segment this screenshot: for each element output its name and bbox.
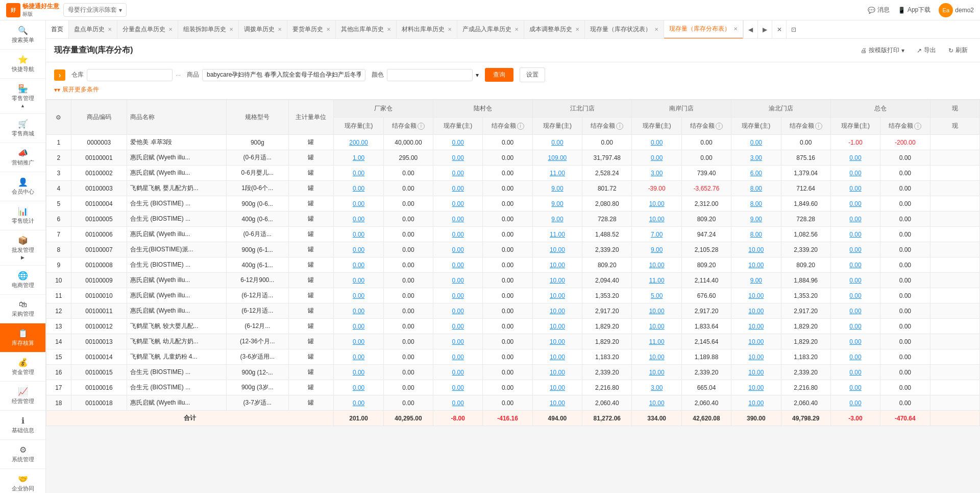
cell-na-qty[interactable]: 11.00 (632, 273, 681, 288)
cell-na-qty[interactable]: 3.00 (632, 166, 681, 181)
cell-cj-qty[interactable]: 0.00 (334, 212, 383, 227)
cell-na-qty[interactable]: 0.00 (632, 150, 681, 166)
cell-lc-qty[interactable]: 0.00 (433, 242, 483, 257)
sidebar-item-system[interactable]: ⚙ 系统管理 (0, 440, 45, 469)
print-btn[interactable]: 🖨 按模版打印 ▾ (856, 44, 909, 57)
cell-lc-qty[interactable]: 0.00 (433, 349, 483, 365)
sidebar-item-search[interactable]: 🔍 搜索英单 (0, 20, 45, 50)
cell-total-qty[interactable]: 0.00 (830, 319, 880, 334)
tab-partial-inventory[interactable]: 分量盘点单历史 ✕ (117, 20, 178, 39)
cell-lc-qty[interactable]: 0.00 (433, 227, 483, 242)
query-button[interactable]: 查询 (485, 68, 513, 82)
info-icon-na[interactable]: i (716, 123, 723, 130)
tab-cost-adjust[interactable]: 成本调整单历史 ✕ (524, 20, 585, 39)
cell-na-qty[interactable]: 10.00 (632, 395, 681, 411)
expand-more-btn[interactable]: ▾▾ 展开更多条件 (54, 85, 972, 94)
cell-lc-qty[interactable]: 0.00 (433, 150, 483, 166)
cell-total-qty[interactable]: 0.00 (830, 288, 880, 303)
tab-close-11[interactable]: ✕ (733, 26, 738, 32)
cell-lc-qty[interactable]: 0.00 (433, 395, 483, 411)
cell-jb-qty[interactable]: 10.00 (532, 380, 582, 395)
tab-prev-btn[interactable]: ◀ (743, 20, 757, 39)
cell-yb-qty[interactable]: 10.00 (731, 303, 781, 319)
cell-jb-qty[interactable]: 0.00 (532, 135, 582, 150)
cell-yb-qty[interactable]: 10.00 (731, 257, 781, 273)
warehouse-input[interactable] (87, 69, 173, 81)
cell-yb-qty[interactable]: 10.00 (731, 288, 781, 303)
cell-na-qty[interactable]: 7.00 (632, 227, 681, 242)
cell-total-qty[interactable]: 0.00 (830, 166, 880, 181)
cell-cj-qty[interactable]: 0.00 (334, 380, 383, 395)
cell-na-qty[interactable]: 5.00 (632, 288, 681, 303)
tab-close-6[interactable]: ✕ (387, 27, 391, 32)
cell-total-qty[interactable]: 0.00 (830, 181, 880, 196)
tab-transfer[interactable]: 调拨单历史 ✕ (239, 20, 287, 39)
sidebar-item-member[interactable]: 👤 会员中心 (0, 172, 45, 201)
sidebar-item-quicknav[interactable]: ⭐ 快捷导航 (0, 50, 45, 79)
cell-lc-qty[interactable]: 0.00 (433, 196, 483, 212)
cell-jb-qty[interactable]: 11.00 (532, 166, 582, 181)
tab-close-all-btn[interactable]: ✕ (772, 20, 786, 39)
cell-yb-qty[interactable]: 8.00 (731, 181, 781, 196)
cell-jb-qty[interactable]: 109.00 (532, 150, 582, 166)
settings-button[interactable]: 设置 (520, 67, 545, 82)
cell-yb-qty[interactable]: 3.00 (731, 150, 781, 166)
tab-close-5[interactable]: ✕ (326, 27, 330, 32)
tab-close-3[interactable]: ✕ (229, 27, 233, 32)
cell-jb-qty[interactable]: 10.00 (532, 288, 582, 303)
cell-lc-qty[interactable]: 0.00 (433, 212, 483, 227)
cell-na-qty[interactable]: 10.00 (632, 365, 681, 380)
tab-close-2[interactable]: ✕ (168, 27, 173, 32)
cell-na-qty[interactable]: 11.00 (632, 334, 681, 349)
cell-yb-qty[interactable]: 10.00 (731, 349, 781, 365)
tab-home[interactable]: 首页 (46, 20, 69, 39)
cell-total-qty[interactable]: 0.00 (830, 334, 880, 349)
cell-jb-qty[interactable]: 10.00 (532, 303, 582, 319)
cell-lc-qty[interactable]: 0.00 (433, 166, 483, 181)
cell-cj-qty[interactable]: 200.00 (334, 135, 383, 150)
sidebar-item-collab[interactable]: 🤝 企业协同 (0, 469, 45, 493)
industry-selector[interactable]: 母婴行业演示陈套 ▾ (63, 3, 127, 17)
cell-yb-qty[interactable]: 10.00 (731, 365, 781, 380)
cell-jb-qty[interactable]: 10.00 (532, 242, 582, 257)
info-icon-yb[interactable]: i (815, 123, 822, 130)
tab-close-8[interactable]: ✕ (514, 27, 519, 32)
cell-total-qty[interactable]: 0.00 (830, 380, 880, 395)
cell-cj-qty[interactable]: 0.00 (334, 319, 383, 334)
cell-total-qty[interactable]: 0.00 (830, 303, 880, 319)
cell-yb-qty[interactable]: 9.00 (731, 212, 781, 227)
sidebar-item-ecommerce[interactable]: 🌐 电商管理 (0, 266, 45, 295)
cell-yb-qty[interactable]: 8.00 (731, 227, 781, 242)
cell-cj-qty[interactable]: 0.00 (334, 273, 383, 288)
cell-cj-qty[interactable]: 0.00 (334, 349, 383, 365)
cell-yb-qty[interactable]: 9.00 (731, 273, 781, 288)
sidebar-item-marketing[interactable]: 📣 营销推广 (0, 143, 45, 172)
tab-requisition[interactable]: 要货单历史 ✕ (287, 20, 336, 39)
cell-na-qty[interactable]: 10.00 (632, 257, 681, 273)
cell-na-qty[interactable]: 3.00 (632, 380, 681, 395)
cell-total-qty[interactable]: -1.00 (830, 135, 880, 150)
tab-close-4[interactable]: ✕ (278, 27, 282, 32)
cell-yb-qty[interactable]: 6.00 (731, 166, 781, 181)
sidebar-item-basic-info[interactable]: ℹ 基础信息 (0, 411, 45, 440)
user-avatar[interactable]: Ea demo2 (939, 3, 974, 17)
cell-jb-qty[interactable]: 10.00 (532, 395, 582, 411)
refresh-btn[interactable]: ↻ 刷新 (944, 44, 972, 57)
cell-na-qty[interactable]: 10.00 (632, 303, 681, 319)
tab-close-9[interactable]: ✕ (575, 27, 579, 32)
cell-cj-qty[interactable]: 0.00 (334, 227, 383, 242)
cell-cj-qty[interactable]: 0.00 (334, 365, 383, 380)
cell-yb-qty[interactable]: 10.00 (731, 319, 781, 334)
cell-na-qty[interactable]: 9.00 (632, 242, 681, 257)
cell-lc-qty[interactable]: 0.00 (433, 257, 483, 273)
tab-material-out[interactable]: 材料出库单历史 ✕ (397, 20, 457, 39)
cell-jb-qty[interactable]: 10.00 (532, 319, 582, 334)
cell-na-qty[interactable]: 0.00 (632, 135, 681, 150)
cell-lc-qty[interactable]: 0.00 (433, 273, 483, 288)
cell-yb-qty[interactable]: 10.00 (731, 334, 781, 349)
cell-lc-qty[interactable]: 0.00 (433, 303, 483, 319)
cell-lc-qty[interactable]: 0.00 (433, 181, 483, 196)
info-icon-lc[interactable]: i (517, 123, 524, 130)
sidebar-item-wholesale[interactable]: 📦 批发管理 ▶ (0, 230, 45, 266)
tab-stock-status[interactable]: 现存量（库存状况表） ✕ (585, 20, 664, 39)
